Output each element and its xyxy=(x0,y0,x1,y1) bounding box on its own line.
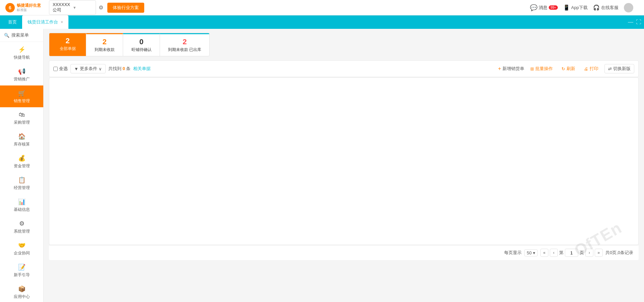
page-input[interactable] xyxy=(565,249,578,257)
first-page-btn[interactable]: « xyxy=(540,249,548,257)
marketing-icon: 📢 xyxy=(18,68,25,75)
add-order-label: 新增销货单 xyxy=(502,66,524,72)
switch-icon: ⇄ xyxy=(608,66,612,71)
message-badge: 99+ xyxy=(549,5,557,10)
per-page-select[interactable]: 50 ▾ xyxy=(524,249,537,256)
company-selector[interactable]: XXXXXX公司 ▾ xyxy=(49,0,96,15)
sidebar-item-finance[interactable]: 💰 资金管理 xyxy=(0,150,43,172)
sidebar-item-label: 快捷导航 xyxy=(14,55,30,60)
prev-page-icon: ‹ xyxy=(553,250,554,255)
sidebar-item-inventory[interactable]: 🏠 库存核算 xyxy=(0,129,43,150)
per-page-value: 50 xyxy=(527,250,531,255)
print-label: 打印 xyxy=(590,66,598,72)
prev-page-btn[interactable]: ‹ xyxy=(550,249,558,257)
sidebar-item-label: 采购管理 xyxy=(14,120,30,125)
sidebar-item-marketing[interactable]: 📢 营销推广 xyxy=(0,64,43,85)
last-page-icon: » xyxy=(598,250,600,255)
tab-active[interactable]: 钱货日清工作台 × xyxy=(22,15,68,29)
app-logo: 6 畅捷通好生意 标准版 xyxy=(5,3,49,12)
stats-tab-overdue-shipped[interactable]: 2 到期未收款 已出库 xyxy=(160,33,209,56)
toolbar-left: 全选 ▼ 更多条件 ∨ 共找到 0 条 相关单据 xyxy=(53,64,495,73)
sidebar-search[interactable]: 🔍 搜索菜单 xyxy=(0,29,43,42)
sidebar-item-guide[interactable]: 📝 新手引导 xyxy=(0,259,43,281)
sidebar-item-operations[interactable]: 📋 经营管理 xyxy=(0,172,43,194)
sidebar-item-label: 销售管理 xyxy=(14,98,30,104)
add-order-btn[interactable]: + 新增销货单 xyxy=(498,66,524,72)
experience-btn[interactable]: 体验行业方案 xyxy=(107,3,144,13)
avatar[interactable] xyxy=(624,3,633,12)
sidebar-item-label: 新手引导 xyxy=(14,272,30,278)
print-btn[interactable]: 🖨 打印 xyxy=(581,64,601,73)
topbar: 6 畅捷通好生意 标准版 XXXXXX公司 ▾ ⚙ 体验行业方案 💬 消息 99… xyxy=(0,0,644,15)
basic-info-icon: 📊 xyxy=(18,198,25,205)
online-service-btn[interactable]: 🎧 在线客服 xyxy=(593,4,619,11)
sidebar-item-label: 经营管理 xyxy=(14,185,30,191)
logo-icon: 6 xyxy=(5,3,15,12)
stats-tab-pending[interactable]: 0 旺铺待确认 xyxy=(123,33,160,56)
switch-version-btn[interactable]: ⇄ 切换新版 xyxy=(604,64,634,73)
layout: 🔍 搜索菜单 ⚡ 快捷导航 📢 营销推广 🛒 销售管理 🛍 采购管理 🏠 库存核… xyxy=(0,29,644,302)
sidebar-item-quick-nav[interactable]: ⚡ 快捷导航 xyxy=(0,42,43,64)
table-area xyxy=(49,77,639,245)
toolbar-right: + 新增销货单 ⊞ 批量操作 ↻ 刷新 🖨 打印 xyxy=(498,64,634,73)
search-icon: 🔍 xyxy=(4,33,9,38)
message-btn[interactable]: 💬 消息 99+ xyxy=(530,4,557,11)
related-orders-link[interactable]: 相关单据 xyxy=(133,66,151,72)
page-nav: « ‹ 第 页 › » xyxy=(540,249,603,257)
sales-icon: 🛒 xyxy=(18,89,25,97)
switch-label: 切换新版 xyxy=(613,66,631,72)
batch-icon: ⊞ xyxy=(530,66,534,71)
settings-icon[interactable]: ⚙ xyxy=(99,4,103,11)
nav-minimize-btn[interactable]: — xyxy=(628,19,633,25)
app-name: 畅捷通好生意 xyxy=(17,3,41,8)
inventory-icon: 🏠 xyxy=(18,133,25,140)
select-all-input[interactable] xyxy=(53,67,58,71)
sidebar-item-purchase[interactable]: 🛍 采购管理 xyxy=(0,107,43,129)
batch-btn[interactable]: ⊞ 批量操作 xyxy=(528,64,555,73)
next-page-icon: › xyxy=(589,250,590,255)
stats-tab-all[interactable]: 2 全部单据 xyxy=(49,33,86,56)
purchase-icon: 🛍 xyxy=(19,111,25,118)
sidebar-item-label: 库存核算 xyxy=(14,141,30,147)
page-label: 第 xyxy=(559,250,564,256)
sidebar-item-app-center[interactable]: 📦 应用中心 xyxy=(0,281,43,302)
tab-close-icon[interactable]: × xyxy=(61,20,63,24)
tab-home[interactable]: 首页 xyxy=(3,15,22,29)
filter-chevron: ∨ xyxy=(99,66,102,71)
company-dropdown-arrow: ▾ xyxy=(73,5,92,10)
per-page-arrow: ▾ xyxy=(533,250,535,255)
next-page-btn[interactable]: › xyxy=(585,249,593,257)
sidebar-item-label: 资金管理 xyxy=(14,163,30,169)
batch-label: 批量操作 xyxy=(535,66,553,72)
refresh-btn[interactable]: ↻ 刷新 xyxy=(559,64,578,73)
sidebar-item-label: 营销推广 xyxy=(14,76,30,82)
select-all-checkbox[interactable]: 全选 xyxy=(53,66,68,72)
select-all-label: 全选 xyxy=(59,66,68,72)
total-label: 共0页,0条记录 xyxy=(605,250,633,256)
nav-tabs: 首页 钱货日清工作台 × — ⛶ xyxy=(0,15,644,29)
filter-btn[interactable]: ▼ 更多条件 ∨ xyxy=(70,64,106,73)
refresh-label: 刷新 xyxy=(567,66,575,72)
nav-maximize-btn[interactable]: ⛶ xyxy=(636,19,641,25)
page-suffix: 页 xyxy=(580,250,584,256)
sidebar-item-label: 基础信息 xyxy=(14,207,30,213)
sidebar-item-sales[interactable]: 🛒 销售管理 xyxy=(0,85,43,107)
sidebar-item-basic-info[interactable]: 📊 基础信息 xyxy=(0,194,43,216)
sidebar-item-system[interactable]: ⚙ 系统管理 xyxy=(0,216,43,238)
sidebar-item-label: 应用中心 xyxy=(14,294,30,300)
service-label: 在线客服 xyxy=(601,5,619,11)
app-download-btn[interactable]: 📱 App下载 xyxy=(563,4,588,11)
print-icon: 🖨 xyxy=(584,66,588,71)
filter-label: 更多条件 xyxy=(80,66,97,72)
first-page-icon: « xyxy=(543,250,546,255)
stats-tab-overdue[interactable]: 2 到期未收款 xyxy=(86,33,123,56)
stats-tabs: 2 全部单据 2 到期未收款 0 旺铺待确认 2 到期未收款 已出库 xyxy=(49,33,210,56)
topbar-right: 💬 消息 99+ 📱 App下载 🎧 在线客服 xyxy=(530,3,639,12)
found-count: 0 xyxy=(123,66,125,71)
found-text: 共找到 0 条 xyxy=(108,66,130,72)
app-center-icon: 📦 xyxy=(18,285,25,293)
last-page-btn[interactable]: » xyxy=(595,249,603,257)
sidebar-item-enterprise[interactable]: 🤝 企业协同 xyxy=(0,238,43,259)
pagination: 每页显示 50 ▾ « ‹ 第 页 › xyxy=(49,245,639,260)
quick-nav-icon: ⚡ xyxy=(18,46,25,53)
